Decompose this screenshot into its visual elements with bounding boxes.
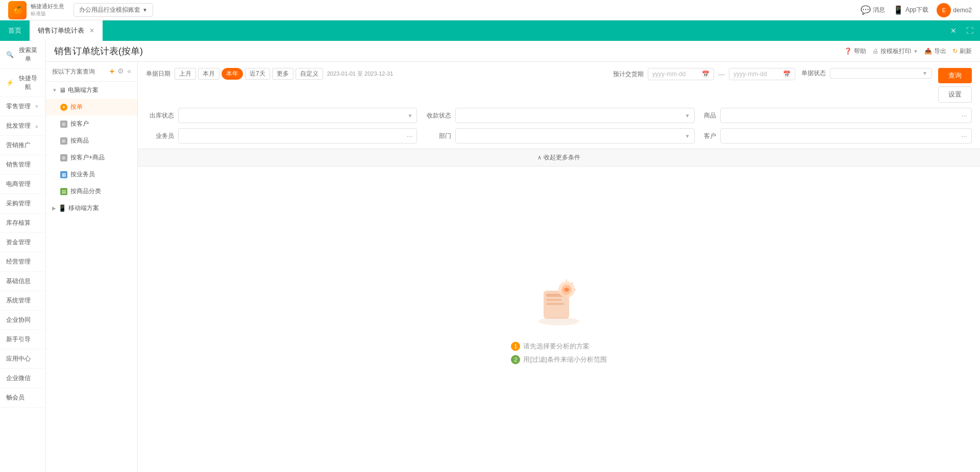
nav-expand-btn[interactable]: ⛶ <box>964 25 976 37</box>
brand-info: 畅捷通好生意 标准版 <box>31 3 64 16</box>
scheme-panel: 按以下方案查询 + ⚙ « ▼ 🖥 电脑端方案 <box>46 62 138 472</box>
tab-sales-order-stats[interactable]: 销售订单统计表 ✕ <box>30 20 103 41</box>
product-label: 商品 <box>701 111 716 120</box>
sidebar-item-enterprise-label: 企业协同 <box>6 316 31 324</box>
status-select[interactable]: ▼ <box>830 68 932 79</box>
filter-area: 单据日期 上月 本月 本年 近7天 更多 自定义 2023-01-01 至 20… <box>138 62 980 149</box>
sidebar-item-apps-label: 应用中心 <box>6 355 31 363</box>
sidebar-quick-nav[interactable]: ⚡ 快捷导航 <box>0 69 45 97</box>
sidebar-item-system[interactable]: 系统管理 <box>0 291 45 311</box>
payment-status-select[interactable]: ▼ <box>455 108 694 123</box>
scheme-item-by-customer-product[interactable]: ⊞ 按客户+商品 <box>46 149 137 166</box>
sidebar-item-inventory[interactable]: 库存核算 <box>0 214 45 233</box>
mobile-group-arrow: ▶ <box>52 205 56 211</box>
sidebar-item-newbie[interactable]: 新手引导 <box>0 330 45 349</box>
main-layout: 🔍 搜索菜单 ⚡ 快捷导航 零售管理 ▼ 批发管理 ▲ 营销推广 销售管理 电商… <box>0 41 980 472</box>
message-btn[interactable]: 💬 消息 <box>861 5 885 15</box>
mobile-group-label: 📱 <box>58 204 66 212</box>
sidebar-item-enterprise[interactable]: 企业协同 <box>0 311 45 330</box>
payment-status-chevron-icon: ▼ <box>685 113 690 119</box>
ship-status-select[interactable]: ▼ <box>178 108 417 123</box>
query-button[interactable]: 查询 <box>938 68 972 83</box>
department-label: 部门 <box>423 132 451 140</box>
export-action[interactable]: 📤 导出 <box>924 47 946 56</box>
user-menu[interactable]: E demo2 <box>937 3 972 17</box>
sidebar-item-inventory-label: 库存核算 <box>6 219 31 227</box>
print-action[interactable]: 🖨 按模板打印 ▼ <box>872 47 918 56</box>
empty-tip-1-text: 请先选择要分析的方案 <box>523 342 590 351</box>
sidebar-item-basics[interactable]: 基础信息 <box>0 272 45 291</box>
scheme-item-by-customer[interactable]: ⊞ 按客户 <box>46 115 137 132</box>
sidebar-search[interactable]: 🔍 搜索菜单 <box>0 41 45 69</box>
content-area: 销售订单统计表(按单) ❓ 帮助 🖨 按模板打印 ▼ 📤 导出 ↻ 刷新 <box>46 41 980 472</box>
sidebar-item-wholesale[interactable]: 批发管理 ▲ <box>0 116 45 136</box>
by-salesman-label: 按业务员 <box>70 170 95 179</box>
scheme-item-by-salesman[interactable]: ▦ 按业务员 <box>46 166 137 183</box>
scheme-add-btn[interactable]: + <box>110 67 114 76</box>
sidebar-item-retail[interactable]: 零售管理 ▼ <box>0 97 45 116</box>
date-btn-more[interactable]: 更多 <box>272 68 293 80</box>
app-download-btn[interactable]: 📱 App下载 <box>893 5 928 15</box>
collapse-up-icon: ∧ <box>537 154 542 161</box>
print-label: 按模板打印 <box>880 47 911 56</box>
tab-sales-order-stats-label: 销售订单统计表 <box>38 26 84 35</box>
scheme-header-icons: + ⚙ « <box>110 67 131 76</box>
tab-close-icon[interactable]: ✕ <box>89 27 94 34</box>
customer-input[interactable]: ··· <box>720 128 972 144</box>
scheme-collapse-btn[interactable]: « <box>127 67 131 76</box>
sidebar-item-member[interactable]: 畅会员 <box>0 388 45 408</box>
by-order-label: 按单 <box>70 103 83 111</box>
date-separator: — <box>718 70 725 78</box>
collapse-bar[interactable]: ∧ 收起更多条件 <box>138 149 980 167</box>
top-header: 🍊 畅捷通好生意 标准版 办公用品行业模拟账套 ▼ 💬 消息 📱 App下载 E… <box>0 0 980 20</box>
scheme-group-pc-header[interactable]: ▼ 🖥 电脑端方案 <box>46 82 137 99</box>
sidebar-item-ecommerce[interactable]: 电商管理 <box>0 175 45 194</box>
salesman-input[interactable]: ··· <box>178 128 417 144</box>
date-btn-last-7-days[interactable]: 近7天 <box>245 68 270 80</box>
sidebar-item-purchase-label: 采购管理 <box>6 199 31 208</box>
sidebar-item-apps[interactable]: 应用中心 <box>0 349 45 369</box>
expected-date-from[interactable]: yyyy-mm-dd 📅 <box>648 68 714 80</box>
settings-button[interactable]: 设置 <box>938 86 972 103</box>
sidebar-item-marketing[interactable]: 营销推广 <box>0 136 45 155</box>
avatar: E <box>937 3 951 17</box>
svg-point-7 <box>565 288 569 292</box>
date-btn-last-month[interactable]: 上月 <box>175 68 196 80</box>
expected-date-group: 预计交货期 yyyy-mm-dd 📅 — yyyy-mm-dd 📅 <box>613 68 795 80</box>
date-btn-this-month[interactable]: 本月 <box>198 68 219 80</box>
sidebar-item-finance-label: 资金管理 <box>6 238 31 247</box>
scheme-panel-header: 按以下方案查询 + ⚙ « <box>46 62 137 82</box>
date-buttons: 上月 本月 本年 近7天 更多 自定义 <box>175 68 323 80</box>
wholesale-arrow-icon: ▲ <box>34 123 39 129</box>
scheme-settings-btn[interactable]: ⚙ <box>117 67 124 76</box>
expected-date-to[interactable]: yyyy-mm-dd 📅 <box>729 68 795 80</box>
scheme-item-by-product[interactable]: ⊞ 按商品 <box>46 132 137 149</box>
scheme-item-by-product-category[interactable]: ▤ 按商品分类 <box>46 183 137 200</box>
tab-home[interactable]: 首页 <box>0 20 30 41</box>
search-icon: 🔍 <box>6 51 14 58</box>
sidebar-item-purchase[interactable]: 采购管理 <box>0 194 45 214</box>
company-selector[interactable]: 办公用品行业模拟账套 ▼ <box>74 3 153 17</box>
scheme-panel-title: 按以下方案查询 <box>52 67 95 76</box>
help-action[interactable]: ❓ 帮助 <box>844 47 866 56</box>
ship-status-group: 出库状态 ▼ <box>146 108 417 123</box>
refresh-action[interactable]: ↻ 刷新 <box>952 47 972 56</box>
sidebar-item-finance[interactable]: 资金管理 <box>0 233 45 252</box>
right-content: 单据日期 上月 本月 本年 近7天 更多 自定义 2023-01-01 至 20… <box>138 62 980 472</box>
product-input[interactable]: ··· <box>720 108 972 123</box>
date-btn-custom[interactable]: 自定义 <box>296 68 323 80</box>
by-order-icon: ● <box>60 104 67 111</box>
scheme-group-mobile: ▶ 📱 移动端方案 <box>46 200 137 217</box>
quick-nav-icon: ⚡ <box>6 79 14 86</box>
company-name: 办公用品行业模拟账套 <box>79 6 140 14</box>
sidebar-item-operations[interactable]: 经营管理 <box>0 252 45 272</box>
sidebar-item-sales[interactable]: 销售管理 <box>0 155 45 175</box>
date-btn-this-year[interactable]: 本年 <box>222 68 243 80</box>
payment-status-label: 收款状态 <box>423 111 451 120</box>
sidebar-item-wechat[interactable]: 企业微信 <box>0 369 45 388</box>
scheme-item-by-order[interactable]: ● 按单 <box>46 99 137 115</box>
nav-close-btn[interactable]: ✕ <box>947 25 960 37</box>
by-customer-icon: ⊞ <box>60 121 67 128</box>
department-select[interactable]: ▼ <box>455 128 694 144</box>
scheme-group-mobile-header[interactable]: ▶ 📱 移动端方案 <box>46 200 137 217</box>
